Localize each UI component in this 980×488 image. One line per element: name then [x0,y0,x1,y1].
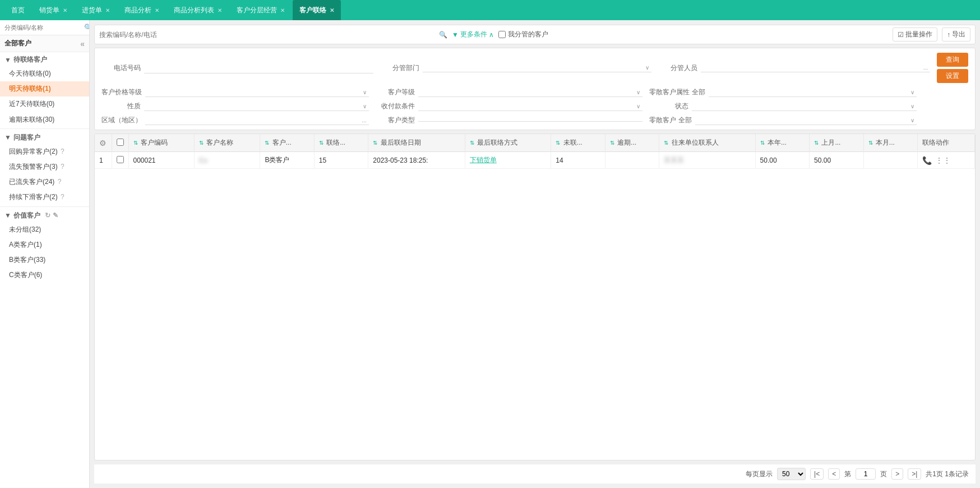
collapse-icon: « [80,39,85,48]
row-method-link[interactable]: 下销货单 [470,156,497,164]
select-all-checkbox[interactable] [117,139,124,146]
col-year-amount[interactable]: ⇅ 本年... [755,134,809,152]
sidebar-group-pending[interactable]: ▼ 待联络客户 [0,52,89,66]
filter-dept-select[interactable]: ∨ [423,63,652,72]
export-button[interactable]: ↑ 导出 [942,27,970,42]
sidebar-item-declining[interactable]: 持续下滑客户(2) ? [0,190,89,205]
nav-sales-close-icon[interactable]: ✕ [63,7,67,13]
filter-customer-type-select[interactable] [418,119,643,122]
nav-sales-order[interactable]: 销货单 ✕ [33,0,74,20]
my-customers-checkbox-label[interactable]: 我分管的客户 [498,30,548,39]
nav-home[interactable]: 首页 [4,0,31,20]
col-last-contact-method[interactable]: ⇅ 最后联络方式 [465,134,551,152]
sidebar-item-7days[interactable]: 近7天待联络(0) [0,96,89,112]
more-action-icon[interactable]: ⋮⋮ [935,156,951,165]
sidebar-item-repurchase-abnormal[interactable]: 回购异常客户(2) ? [0,144,89,159]
filter-price-select[interactable]: ∨ [145,88,369,97]
sidebar-item-ungrouped[interactable]: 未分组(32) [0,222,89,237]
help-icon-4[interactable]: ? [61,193,64,201]
search-input[interactable] [99,31,434,39]
last-page-button[interactable]: >| [908,468,921,480]
filter-nature-label: 性质 [101,102,141,111]
filter-nature-select[interactable]: ∨ [144,102,369,111]
value-group-edit-icon[interactable]: ✎ [53,211,58,219]
search-icon[interactable]: 🔍 [439,31,447,39]
first-page-button[interactable]: |< [810,468,824,480]
filter-phone-input[interactable] [144,63,373,73]
col-last-contact-date[interactable]: ⇅ 最后联络日期 [368,134,465,152]
sidebar-item-overdue[interactable]: 逾期未联络(30) [0,112,89,127]
value-group-refresh-icon[interactable]: ↻ [45,211,50,219]
phone-action-icon[interactable]: 📞 [922,156,932,165]
my-customers-checkbox[interactable] [498,31,506,38]
sidebar-item-class-b[interactable]: B类客户(33) [0,252,89,268]
row-checkbox[interactable] [117,156,124,163]
col-name-sort-icon: ⇅ [199,140,204,146]
filter-retail-customer-select[interactable]: ∨ [695,116,917,125]
filter-customer-level-select[interactable]: ∨ [418,88,643,97]
sidebar-item-class-c[interactable]: C类客户(6) [0,268,89,283]
nav-product-analysis[interactable]: 商品分析 ✕ [118,0,166,20]
customer-table: ⚙ ⇅ 客户编码 ⇅ 客户名称 [95,134,975,169]
sidebar-search-icon[interactable]: 🔍 [84,24,90,31]
sidebar-group-problem[interactable]: ▼ 问题客户 [0,130,89,144]
filter-payment-select[interactable]: ∨ [418,102,643,111]
col-code-sort-icon: ⇅ [133,140,138,146]
next-page-button[interactable]: > [891,468,903,480]
nav-customer-contact[interactable]: 客户联络 ✕ [293,0,341,20]
more-filter-button[interactable]: ▼ 更多条件 ∧ [452,30,494,39]
filter-region-select[interactable]: ... [145,116,369,125]
per-page-select[interactable]: 50 100 200 [777,468,806,480]
col-this-month[interactable]: ⇅ 本月... [863,134,917,152]
col-contact-person[interactable]: ⇅ 往来单位联系人 [659,134,755,152]
col-customer-name[interactable]: ⇅ 客户名称 [194,134,260,152]
filter-status-label: 状态 [649,102,688,111]
value-group-arrow: ▼ [4,211,11,219]
nav-product-analysis-close-icon[interactable]: ✕ [155,7,159,13]
col-last-month[interactable]: ⇅ 上月... [810,134,863,152]
nav-customer-contact-close-icon[interactable]: ✕ [330,7,334,13]
col-unlink-days[interactable]: ⇅ 未联... [551,134,605,152]
prev-page-button[interactable]: < [828,468,840,480]
sidebar-all-customers[interactable]: 全部客户 « [0,35,89,52]
filter-status-select[interactable]: ∨ [692,102,917,111]
divider-2 [0,206,89,207]
filter-price-label: 客户价格等级 [101,88,142,97]
col-customer-type[interactable]: ⇅ 客户... [260,134,314,152]
query-button[interactable]: 查询 [937,53,968,67]
help-icon-1[interactable]: ? [61,148,64,155]
filter-region-label: 区域（地区） [101,116,142,125]
col-contact-count[interactable]: ⇅ 联络... [314,134,368,152]
help-icon-3[interactable]: ? [58,178,62,186]
filter-retail-attr-label: 零散客户属性 全部 [649,88,705,97]
filter-manager-select[interactable]: ... [701,63,930,72]
page-number-input[interactable] [856,468,876,480]
nav-purchase-order[interactable]: 进货单 ✕ [75,0,117,20]
sidebar-group-value[interactable]: ▼ 价值客户 ↻ ✎ [0,208,89,222]
column-settings-icon[interactable]: ⚙ [99,139,107,148]
sidebar-item-class-a[interactable]: A类客户(1) [0,237,89,252]
settings-button[interactable]: 设置 [937,69,968,83]
sidebar-item-tomorrow[interactable]: 明天待联络(1) [0,81,89,96]
sidebar-search-input[interactable] [4,24,82,31]
nav-product-list-close-icon[interactable]: ✕ [218,7,222,13]
filter-customer-level-label: 客户等级 [376,88,415,97]
row-name-value: Ea [199,156,207,164]
sidebar-item-churned[interactable]: 已流失客户(24) ? [0,174,89,190]
nav-customer-strat-close-icon[interactable]: ✕ [280,7,285,13]
sidebar-item-today[interactable]: 今天待联络(0) [0,66,89,81]
filter-retail-attr-select[interactable]: ∨ [709,88,917,97]
nav-purchase-close-icon[interactable]: ✕ [105,7,110,13]
nav-customer-stratification[interactable]: 客户分层经营 ✕ [230,0,292,20]
nav-product-analysis-list[interactable]: 商品分析列表 ✕ [167,0,229,20]
col-customer-code[interactable]: ⇅ 客户编码 [128,134,194,152]
page-label: 第 [844,469,851,479]
batch-action-button[interactable]: ☑ 批量操作 [893,27,937,42]
row-contact-count: 15 [314,152,368,169]
page-suffix: 页 [880,469,887,479]
sidebar-item-churn-warning[interactable]: 流失预警客户(3) ? [0,159,89,174]
filter-customer-type: 客户类型 [376,116,643,125]
help-icon-2[interactable]: ? [61,163,64,171]
nav-purchase-label: 进货单 [82,6,102,15]
col-overdue[interactable]: ⇅ 逾期... [605,134,659,152]
